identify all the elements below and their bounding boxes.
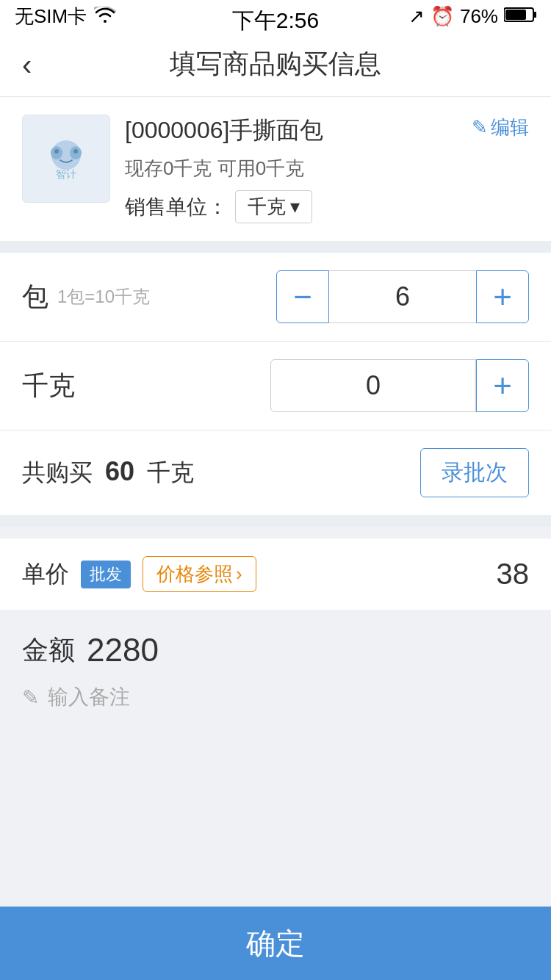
bao-minus-button[interactable]: − <box>276 270 329 323</box>
battery-icon <box>504 5 536 28</box>
status-bar-left: 无SIM卡 <box>15 4 116 29</box>
product-card: 智计 [0000006]手撕面包 ✎ 编辑 现存0千克 可用0千克 销售单位： … <box>0 97 551 241</box>
battery-text: 76% <box>460 5 498 28</box>
divider-1 <box>0 241 551 253</box>
edit-label: 编辑 <box>491 115 529 140</box>
unit-select[interactable]: 千克 ▾ <box>235 190 312 223</box>
product-info: [0000006]手撕面包 ✎ 编辑 现存0千克 可用0千克 销售单位： 千克 … <box>125 115 529 223</box>
location-icon: ↗ <box>408 5 425 28</box>
kg-input[interactable] <box>270 359 476 412</box>
amount-value: 2280 <box>87 632 159 669</box>
amount-row: 金额 2280 <box>22 632 529 669</box>
unit-value: 千克 <box>248 194 286 220</box>
bao-row: 包 1包=10千克 − + <box>0 253 551 342</box>
pencil-icon: ✎ <box>22 685 39 710</box>
nav-title: 填写商品购买信息 <box>170 46 381 82</box>
note-placeholder: 输入备注 <box>48 683 130 711</box>
svg-point-7 <box>73 149 78 154</box>
edit-icon: ✎ <box>472 116 488 139</box>
svg-rect-2 <box>505 10 526 20</box>
svg-text:智计: 智计 <box>56 168 76 180</box>
kg-label: 千克 <box>22 368 75 404</box>
divider-2 <box>0 515 551 527</box>
bao-plus-button[interactable]: + <box>476 270 529 323</box>
kg-row: 千克 + <box>0 342 551 430</box>
total-row: 共购买 60 千克 录批次 <box>0 430 551 515</box>
wifi-icon <box>94 5 116 28</box>
price-value: 38 <box>497 558 530 591</box>
status-bar-right: ↗ ⏰ 76% <box>408 5 536 28</box>
amount-label: 金额 <box>22 633 75 669</box>
back-button[interactable]: ‹ <box>15 43 39 87</box>
price-ref-button[interactable]: 价格参照 › <box>143 556 256 592</box>
svg-point-6 <box>54 149 59 154</box>
amount-section: 金额 2280 ✎ 输入备注 <box>0 610 551 723</box>
edit-button[interactable]: ✎ 编辑 <box>472 115 529 140</box>
bao-hint: 1包=10千克 <box>57 285 276 309</box>
product-thumbnail: 智计 <box>22 115 110 203</box>
total-text: 共购买 60 千克 <box>22 456 194 489</box>
bao-controls: − + <box>276 270 529 323</box>
unit-label: 销售单位： <box>125 193 228 221</box>
note-row[interactable]: ✎ 输入备注 <box>22 683 529 711</box>
kg-controls: + <box>270 359 529 412</box>
total-unit: 千克 <box>147 459 194 486</box>
chevron-down-icon: ▾ <box>290 195 300 218</box>
input-section: 包 1包=10千克 − + 千克 + <box>0 253 551 430</box>
price-row: 单价 批发 价格参照 › 38 <box>0 538 551 610</box>
bao-label: 包 <box>22 279 48 315</box>
status-bar: 无SIM卡 下午2:56 ↗ ⏰ 76% <box>0 0 551 32</box>
svg-rect-1 <box>533 12 536 18</box>
confirm-button[interactable]: 确定 <box>0 907 551 980</box>
total-prefix: 共购买 <box>22 459 93 486</box>
product-stock: 现存0千克 可用0千克 <box>125 156 529 181</box>
product-unit-row: 销售单位： 千克 ▾ <box>125 190 529 223</box>
price-section: 单价 批发 价格参照 › 38 <box>0 538 551 610</box>
total-amount: 60 <box>105 456 134 486</box>
price-label: 单价 <box>22 558 69 591</box>
status-bar-time: 下午2:56 <box>232 6 319 36</box>
product-name: [0000006]手撕面包 <box>125 115 323 147</box>
price-tag: 批发 <box>81 561 131 588</box>
price-ref-arrow-icon: › <box>236 563 242 586</box>
kg-plus-button[interactable]: + <box>476 359 529 412</box>
bao-input[interactable] <box>329 270 476 323</box>
nav-bar: ‹ 填写商品购买信息 <box>0 32 551 97</box>
alarm-icon: ⏰ <box>431 5 454 28</box>
carrier-text: 无SIM卡 <box>15 4 87 29</box>
price-ref-label: 价格参照 <box>156 561 233 587</box>
batch-button[interactable]: 录批次 <box>420 448 529 497</box>
